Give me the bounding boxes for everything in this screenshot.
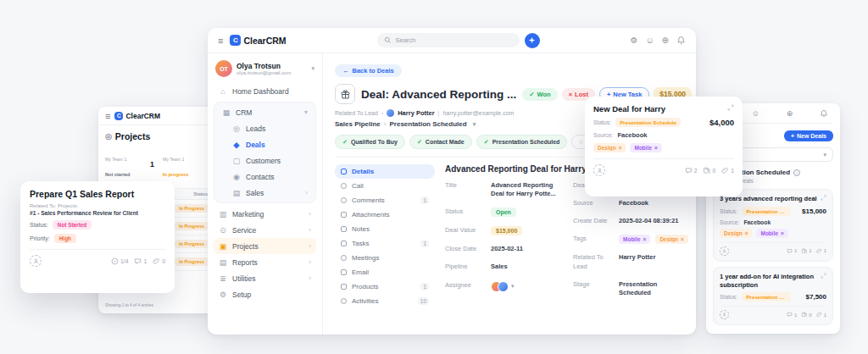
tab-notes[interactable]: Notes — [335, 222, 435, 236]
field-close-date: Close Date 2025-02-11 — [445, 245, 556, 253]
task-card[interactable]: Prepare Q1 Sales Report Related To: Proj… — [20, 181, 175, 293]
tag-mobile[interactable]: Mobile × — [630, 143, 661, 152]
attachments-counter[interactable]: 1 — [816, 312, 826, 318]
deal-card[interactable]: 3 years advanced reporting deal Status: … — [713, 189, 833, 262]
close-icon[interactable]: × — [781, 230, 784, 236]
sidebar-item-contacts[interactable]: ◉ Contacts — [217, 169, 313, 185]
sidebar-item-crm[interactable]: ▦ CRM ▾ — [217, 104, 313, 120]
status-badge: In Progress — [175, 257, 209, 266]
assignee-avatars[interactable]: ▾ — [491, 281, 515, 292]
source-value: Facebook — [743, 219, 771, 225]
tab-details[interactable]: Details — [335, 164, 435, 179]
tab-products[interactable]: Products 1 — [335, 279, 435, 294]
new-deal-popup-card[interactable]: New Deal for Harry Status: Presentation … — [585, 97, 743, 196]
expand-icon[interactable] — [821, 195, 826, 201]
attachments-counter[interactable]: 0 — [153, 257, 165, 265]
sidebar-item-utilities[interactable]: ≣ Utilities › — [214, 270, 316, 286]
crm-icon: ▦ — [222, 108, 231, 117]
attachments-count: 1 — [824, 248, 826, 253]
tab-activities[interactable]: Activities 10 — [335, 294, 435, 308]
checklist-progress[interactable]: 1/4 — [111, 257, 128, 265]
menu-icon[interactable]: ≡ — [218, 36, 223, 46]
apps-icon[interactable]: ⊕ — [787, 109, 793, 118]
close-icon[interactable]: × — [619, 145, 622, 151]
assign-user-button[interactable] — [593, 164, 605, 176]
assign-user-button[interactable] — [30, 255, 42, 267]
comments-counter[interactable]: 1 — [787, 248, 797, 254]
tag-mobile[interactable]: Mobile × — [619, 235, 650, 244]
menu-icon[interactable]: ≡ — [105, 111, 110, 121]
tasks-counter[interactable]: 1 — [801, 248, 811, 254]
new-deals-button[interactable]: + New Deals — [784, 130, 833, 141]
tab-attachments[interactable]: Attachments — [335, 207, 435, 222]
expand-icon[interactable] — [727, 104, 734, 111]
profile-menu[interactable]: OT Olya Trotsun olya.trotsun@gmail.com ▾ — [214, 58, 316, 83]
tab-call[interactable]: Call — [335, 179, 435, 193]
tag-mobile[interactable]: Mobile × — [756, 229, 787, 238]
deal-card[interactable]: 1 year add-on for AI integration subscri… — [713, 267, 833, 326]
tab-email[interactable]: Email — [335, 265, 435, 279]
sidebar-item-leads[interactable]: ◎ Leads — [217, 120, 313, 136]
lead-name-link[interactable]: Harry Potter — [398, 109, 434, 117]
sidebar-item-setup[interactable]: ⚙ Setup — [214, 286, 316, 302]
tab-label: Activities — [352, 297, 379, 305]
stage-presentation-scheduled[interactable]: ✓ Presentation Scheduled — [476, 135, 568, 149]
stage-contact-made[interactable]: ✓ Contact Made — [409, 135, 472, 149]
tag-design[interactable]: Design × — [655, 235, 687, 244]
search-input[interactable]: Search — [377, 33, 520, 47]
support-icon[interactable]: ☺ — [645, 36, 654, 45]
close-icon[interactable]: × — [643, 236, 647, 242]
support-icon[interactable]: ☺ — [752, 109, 760, 118]
attachments-counter[interactable]: 1 — [721, 167, 734, 174]
tab-label: Call — [352, 182, 364, 190]
tab-tasks[interactable]: Tasks 1 — [335, 236, 435, 251]
assign-user-button[interactable] — [720, 246, 729, 256]
attachments-counter[interactable]: 1 — [816, 248, 826, 254]
notifications-bell-icon[interactable] — [820, 109, 828, 118]
sidebar-item-home-dashboard[interactable]: ⌂ Home Dashboard — [214, 83, 316, 99]
apps-icon[interactable]: ⊕ — [662, 36, 669, 45]
tab-comments[interactable]: Comments 1 — [335, 193, 435, 207]
sidebar-item-label: Home Dashboard — [232, 87, 289, 96]
sidebar-item-deals[interactable]: ◈ Deals — [217, 136, 313, 152]
status-label: Status: — [30, 222, 48, 228]
comments-counter[interactable]: 2 — [685, 167, 698, 174]
notifications-bell-icon[interactable] — [676, 36, 686, 45]
won-button[interactable]: ✓ Won — [522, 88, 557, 101]
tab-meetings[interactable]: Meetings — [335, 251, 435, 265]
chevron-right-icon: › — [309, 258, 311, 266]
sidebar-item-service[interactable]: ⊙ Service › — [214, 222, 316, 238]
stage-qualified-to-buy[interactable]: ✓ Qualified To Buy — [335, 135, 405, 149]
sidebar-item-marketing[interactable]: ▥ Marketing › — [214, 206, 316, 222]
current-stage-dropdown[interactable]: Presentation Scheduled — [389, 120, 466, 128]
paperclip-icon — [721, 167, 729, 174]
tasks-counter[interactable]: 0 — [801, 312, 811, 318]
details-icon — [341, 169, 347, 174]
comments-counter[interactable]: 1 — [134, 257, 147, 265]
sidebar-item-customers[interactable]: ▢ Customers — [217, 152, 313, 169]
status-label: Status: — [593, 119, 611, 125]
divider — [30, 249, 165, 250]
assign-user-button[interactable] — [720, 310, 729, 319]
assistant-button[interactable] — [525, 33, 540, 48]
tab-label: Products — [352, 283, 379, 290]
close-icon[interactable]: × — [681, 236, 684, 242]
chevron-down-icon: ▾ — [511, 283, 515, 290]
expand-icon[interactable] — [821, 273, 826, 279]
sidebar-item-reports[interactable]: ▤ Reports › — [214, 254, 316, 270]
tab-count: 1 — [420, 196, 429, 204]
topbar-icon-group: ⚙ ☺ ⊕ — [630, 36, 686, 45]
sidebar-item-sales[interactable]: ▤ Sales › — [217, 185, 313, 201]
close-icon[interactable]: × — [745, 230, 748, 236]
tag-design[interactable]: Design × — [720, 229, 752, 238]
tag-design[interactable]: Design × — [593, 143, 626, 152]
back-to-deals-button[interactable]: ← Back to Deals — [335, 64, 402, 77]
tab-label: Comments — [352, 196, 385, 204]
sidebar-item-projects[interactable]: ▣ Projects › — [214, 238, 316, 254]
comment-bubble-icon — [134, 257, 142, 265]
products-icon — [341, 284, 347, 290]
comments-counter[interactable]: 1 — [787, 312, 797, 318]
tasks-counter[interactable]: 0 — [703, 167, 715, 174]
close-icon[interactable]: × — [654, 145, 658, 151]
settings-icon[interactable]: ⚙ — [630, 36, 637, 45]
